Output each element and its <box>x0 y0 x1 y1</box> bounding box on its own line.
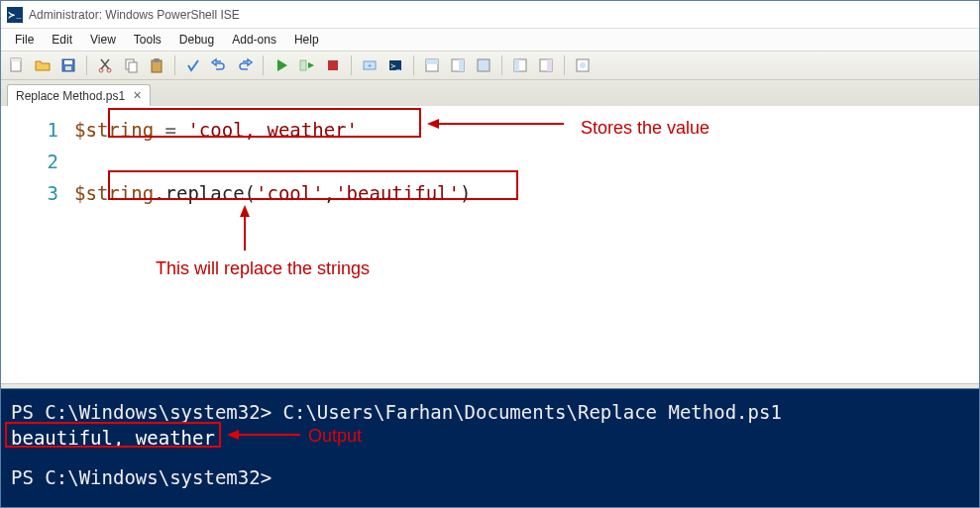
prompt-text: PS C:\Windows\system32> <box>11 401 283 423</box>
new-file-button[interactable] <box>5 53 29 77</box>
tab-label: Replace Method.ps1 <box>16 89 125 103</box>
options-button[interactable] <box>571 53 595 77</box>
annotation-box <box>108 170 518 200</box>
show-command-addon-button[interactable] <box>534 53 558 77</box>
menu-view[interactable]: View <box>82 31 124 49</box>
annotation-output: Output <box>308 423 362 449</box>
svg-text:+: + <box>368 61 373 70</box>
start-powershell-button[interactable]: ≻_ <box>383 53 407 77</box>
line-number: 3 <box>1 177 58 209</box>
console-blank <box>11 451 969 464</box>
toolbar-separator <box>564 55 565 75</box>
toolbar: + ≻_ <box>1 51 979 80</box>
console-pane[interactable]: PS C:\Windows\system32> C:\Users\Farhan\… <box>1 389 979 508</box>
svg-marker-29 <box>427 119 439 129</box>
copy-button[interactable] <box>119 53 143 77</box>
arrow-icon <box>225 427 304 443</box>
svg-rect-10 <box>154 58 160 62</box>
svg-point-27 <box>580 62 586 68</box>
run-selection-button[interactable] <box>295 53 319 77</box>
arrow-icon <box>237 203 253 253</box>
menu-tools[interactable]: Tools <box>126 31 169 49</box>
show-command-button[interactable] <box>508 53 532 77</box>
run-script-button[interactable] <box>270 53 293 77</box>
annotation-replace: This will replace the strings <box>156 253 370 284</box>
svg-rect-18 <box>426 59 438 64</box>
menu-file[interactable]: File <box>7 31 42 49</box>
paste-button[interactable] <box>145 53 168 77</box>
menu-edit[interactable]: Edit <box>44 31 80 49</box>
svg-rect-1 <box>11 58 21 61</box>
toolbar-separator <box>501 55 502 75</box>
svg-rect-8 <box>129 62 137 72</box>
menubar: File Edit View Tools Debug Add-ons Help <box>1 29 979 51</box>
menu-addons[interactable]: Add-ons <box>224 31 284 49</box>
toolbar-separator <box>351 55 352 75</box>
command-text: C:\Users\Farhan\Documents\Replace Method… <box>283 401 782 423</box>
toolbar-separator <box>86 55 87 75</box>
svg-text:≻_: ≻_ <box>390 62 400 70</box>
line-number: 2 <box>1 146 58 177</box>
toolbar-separator <box>174 55 175 75</box>
menu-debug[interactable]: Debug <box>171 31 222 49</box>
prompt-text: PS C:\Windows\system32> <box>11 466 272 488</box>
line-number: 1 <box>1 114 58 146</box>
annotation-box <box>108 108 421 138</box>
show-script-pane-max-button[interactable] <box>472 53 495 77</box>
menu-help[interactable]: Help <box>286 31 327 49</box>
new-remote-tab-button[interactable]: + <box>358 53 381 77</box>
toolbar-separator <box>263 55 264 75</box>
annotation-stores: Stores the value <box>581 112 709 144</box>
svg-rect-12 <box>328 60 338 70</box>
arrow-icon <box>425 116 574 132</box>
svg-rect-11 <box>300 60 306 70</box>
tab-replace-method[interactable]: Replace Method.ps1 ✕ <box>7 84 151 106</box>
svg-rect-21 <box>478 59 490 71</box>
line-gutter: 1 2 3 <box>1 106 70 383</box>
tab-close-icon[interactable]: ✕ <box>133 89 142 102</box>
show-script-pane-top-button[interactable] <box>420 53 444 77</box>
svg-rect-3 <box>64 60 72 64</box>
app-icon: ≻_ <box>7 7 23 23</box>
cut-button[interactable] <box>93 53 117 77</box>
save-button[interactable] <box>56 53 80 77</box>
clear-button[interactable] <box>181 53 205 77</box>
undo-button[interactable] <box>207 53 231 77</box>
tab-strip: Replace Method.ps1 ✕ <box>1 80 979 106</box>
svg-marker-31 <box>240 205 250 217</box>
svg-marker-33 <box>227 430 239 440</box>
window-title: Administrator: Windows PowerShell ISE <box>29 8 240 22</box>
open-file-button[interactable] <box>31 53 54 77</box>
svg-rect-23 <box>514 59 519 71</box>
annotation-box <box>5 422 221 448</box>
script-editor[interactable]: 1 2 3 $string = 'cool, weather' $string.… <box>1 106 979 383</box>
svg-rect-25 <box>547 59 552 71</box>
svg-rect-4 <box>65 66 71 70</box>
console-line: PS C:\Windows\system32> <box>11 464 969 490</box>
redo-button[interactable] <box>233 53 257 77</box>
titlebar: ≻_ Administrator: Windows PowerShell ISE <box>1 1 979 29</box>
toolbar-separator <box>413 55 414 75</box>
show-script-pane-right-button[interactable] <box>446 53 470 77</box>
stop-button[interactable] <box>321 53 345 77</box>
code-area[interactable]: $string = 'cool, weather' $string.replac… <box>70 106 979 383</box>
svg-rect-20 <box>459 59 464 71</box>
